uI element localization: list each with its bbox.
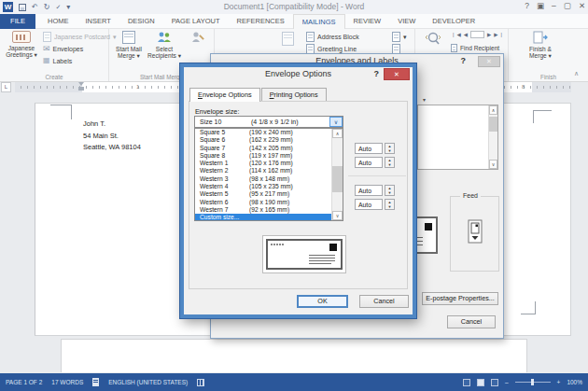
auto-spinner-field[interactable]: Auto ▲▼ (355, 185, 395, 196)
record-navigator[interactable]: |◀ ◀ ▶ ▶| (453, 31, 502, 38)
select-recipients-button[interactable]: Select Recipients ▾ (147, 31, 181, 60)
address-book-caret-icon[interactable]: ▾ (423, 96, 426, 103)
highlight-merge-fields-button[interactable] (276, 32, 299, 48)
finish-merge-button[interactable]: Finish & Merge ▾ (521, 31, 560, 60)
help-icon[interactable]: ? (525, 1, 529, 10)
maximize-icon[interactable]: ▢ (564, 1, 571, 10)
edit-recipient-list-button[interactable] (183, 31, 211, 46)
ribbon-tab[interactable]: PAGE LAYOUT (163, 14, 229, 29)
zoom-level[interactable]: 100% (567, 379, 582, 385)
size-option[interactable]: Western 5(95 x 217 mm) (195, 190, 333, 198)
envelopes-button[interactable]: ✉ Envelopes (43, 44, 83, 53)
auto-spinner-field[interactable]: Auto ▲▼ (355, 157, 395, 168)
dialog-close-icon[interactable]: ✕ (478, 56, 500, 67)
dialog-help-icon[interactable]: ? (461, 56, 467, 65)
ribbon-tab[interactable]: HOME (39, 14, 77, 29)
start-mail-merge-button[interactable]: Start Mail Merge ▾ (112, 31, 146, 60)
el-cancel-button[interactable]: Cancel (447, 315, 496, 328)
scroll-down-icon[interactable]: ∨ (332, 211, 343, 220)
address-scrollbar[interactable]: ∧ ∨ (488, 105, 497, 169)
last-record-icon2[interactable]: | (500, 32, 501, 37)
size-option[interactable]: Square 6(162 x 229 mm) (195, 136, 333, 144)
japanese-postcard-button[interactable]: Japanese Postcard ▾ (43, 32, 116, 42)
tab-file[interactable]: FILE (0, 14, 35, 29)
envelope-size-combobox[interactable]: Size 10 (4 1/8 x 9 1/2 in) ∨ (194, 116, 343, 128)
ribbon-tab[interactable]: DEVELOPER (424, 14, 483, 29)
zoom-slider-handle[interactable] (531, 379, 534, 385)
ribbon-tab[interactable]: REVIEW (345, 14, 390, 29)
delivery-address-box[interactable]: ∧ ∨ (417, 105, 498, 170)
first-record-icon[interactable]: | (453, 32, 454, 37)
ribbon-tab[interactable]: DESIGN (119, 14, 163, 29)
size-option[interactable]: Square 8(119 x 197 mm) (195, 152, 333, 160)
close-icon[interactable]: ✕ (579, 1, 585, 10)
tab-printing-options[interactable]: Printing Options (261, 88, 327, 101)
size-option[interactable]: Western 4(105 x 235 mm) (195, 183, 333, 190)
ribbon-tab[interactable]: MAILINGS (293, 14, 345, 29)
labels-button[interactable]: ▦ Labels (43, 56, 72, 65)
address-block-button[interactable]: Address Block (306, 32, 359, 42)
page-indicator[interactable]: PAGE 1 OF 2 (6, 379, 42, 385)
size-option[interactable]: Western 3(98 x 148 mm) (195, 175, 333, 183)
collapse-ribbon-icon[interactable]: ∧ (574, 70, 579, 77)
scroll-up-icon[interactable]: ∧ (332, 129, 343, 138)
epostage-properties-button[interactable]: E-postage Properties... (422, 292, 498, 305)
size-option[interactable]: Western 1(120 x 176 mm) (195, 160, 333, 167)
scroll-up-icon[interactable]: ∧ (489, 105, 497, 115)
macro-record-icon[interactable] (197, 379, 204, 386)
scroll-thumb[interactable] (489, 117, 497, 132)
combobox-dropdown-icon[interactable]: ∨ (329, 117, 343, 127)
last-record-icon[interactable]: ▶ (494, 32, 497, 37)
word-count[interactable]: 17 WORDS (51, 379, 83, 385)
size-option[interactable]: Custom size... (195, 214, 333, 220)
read-mode-icon[interactable] (463, 379, 470, 386)
auto-spinner-field[interactable]: Auto ▲▼ (355, 143, 395, 154)
tab-stop-selector[interactable]: L (1, 82, 11, 92)
droplist-scrollbar[interactable]: ∧ ∨ (331, 129, 343, 220)
web-layout-icon[interactable] (491, 379, 498, 386)
document-page-2[interactable] (61, 339, 527, 372)
preview-results-button[interactable] (420, 31, 446, 48)
recipient-address[interactable]: John T.54 Main St.Seattle, WA 98104 (83, 119, 141, 154)
size-option[interactable]: Square 5(190 x 240 mm) (195, 129, 333, 136)
zoom-out-icon[interactable]: – (505, 379, 509, 385)
caret-down-icon: ▾ (549, 52, 552, 59)
minimize-icon[interactable]: – (552, 1, 556, 10)
spinner-icon[interactable]: ▲▼ (385, 185, 395, 196)
dialog-close-icon[interactable]: ✕ (384, 68, 410, 80)
language-indicator[interactable]: ENGLISH (UNITED STATES) (108, 379, 188, 385)
ribbon-tab[interactable]: INSERT (77, 14, 119, 29)
ribbon-display-options-icon[interactable]: ▣ (537, 1, 544, 10)
auto-spinner-field[interactable]: Auto ▲▼ (355, 199, 395, 210)
record-number-field[interactable] (470, 31, 484, 38)
size-option[interactable]: Western 7(92 x 165 mm) (195, 206, 333, 214)
spinner-icon[interactable]: ▲▼ (385, 199, 395, 210)
spinner-icon[interactable]: ▲▼ (385, 157, 395, 168)
envelope-size-droplist[interactable]: Square 5(190 x 240 mm) Square 6(162 x 22… (194, 128, 343, 221)
find-recipient-button[interactable]: Find Recipient (451, 44, 499, 52)
zoom-slider[interactable] (515, 382, 551, 383)
zoom-in-icon[interactable]: + (557, 379, 561, 385)
feed-method-icon[interactable] (468, 219, 483, 244)
ribbon-tab[interactable]: VIEW (389, 14, 424, 29)
scroll-thumb[interactable] (332, 166, 343, 192)
japanese-greetings-button[interactable]: Japanese Greetings ▾ (3, 31, 40, 59)
tab-envelope-options[interactable]: Envelope Options (189, 88, 260, 102)
first-record-icon2[interactable]: ◀ (456, 32, 460, 37)
size-option[interactable]: Western 2(114 x 162 mm) (195, 167, 333, 175)
indent-marker[interactable] (78, 82, 84, 91)
size-option[interactable]: Western 6(98 x 190 mm) (195, 199, 333, 206)
print-layout-icon[interactable] (477, 379, 484, 386)
proofing-icon[interactable] (92, 378, 99, 386)
dialog-help-icon[interactable]: ? (374, 69, 380, 78)
ok-button[interactable]: OK (297, 295, 348, 308)
size-option[interactable]: Square 7(142 x 205 mm) (195, 145, 333, 152)
ribbon-tab[interactable]: REFERENCES (228, 14, 292, 29)
scroll-down-icon[interactable]: ∨ (489, 160, 497, 169)
prev-record-icon[interactable]: ◀ (464, 32, 468, 37)
eo-cancel-button[interactable]: Cancel (359, 295, 409, 308)
next-record-icon[interactable]: ▶ (487, 32, 491, 37)
spinner-icon[interactable]: ▲▼ (385, 143, 395, 154)
rules-button[interactable]: ▾ (392, 32, 407, 42)
caret-down-icon: ▾ (178, 52, 181, 59)
